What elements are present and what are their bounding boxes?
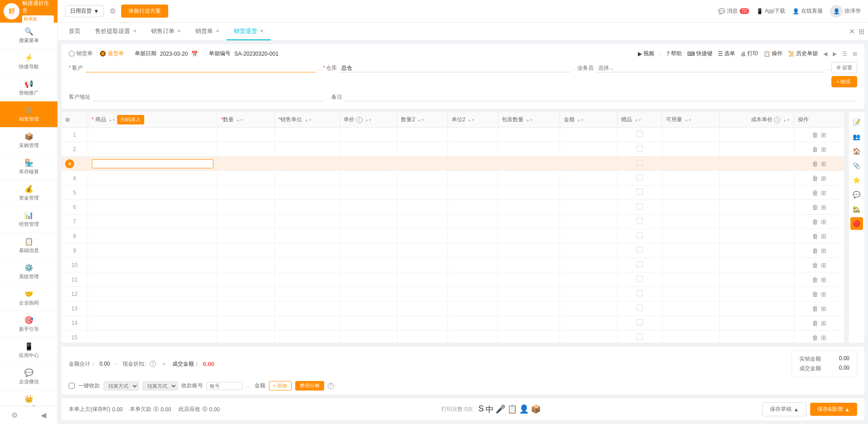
right-panel-btn-1[interactable]: 📝: [850, 116, 863, 129]
add-row-btn[interactable]: +: [65, 159, 74, 168]
right-panel-btn-5[interactable]: ⭐: [850, 174, 863, 186]
gift-checkbox-13[interactable]: [637, 305, 643, 311]
radio-sale[interactable]: 销货单: [69, 50, 93, 57]
delete-row-9-btn[interactable]: 🗑: [812, 247, 818, 254]
sidebar-item-finance[interactable]: 💰 资金管理: [0, 180, 57, 206]
tab-sale-return[interactable]: 销货退货 ✕: [226, 23, 271, 40]
delete-row-12-btn[interactable]: 🗑: [812, 291, 818, 298]
sidebar-settings-btn[interactable]: ⚙: [11, 411, 18, 419]
account-picker-btn[interactable]: ...: [246, 383, 251, 389]
tab-close-sale-order[interactable]: ✕: [177, 29, 181, 33]
toolbar-shortcut[interactable]: ⌨ 快捷键: [687, 50, 712, 57]
expense-help-icon[interactable]: ?: [328, 383, 334, 389]
discount-help-icon[interactable]: ?: [150, 361, 156, 367]
available-sort-icon[interactable]: ▲▼: [684, 119, 692, 122]
right-panel-btn-3[interactable]: 🏠: [850, 145, 863, 157]
right-panel-btn-8[interactable]: 🔴: [850, 217, 863, 230]
expense-btn[interactable]: 费用分摊: [295, 381, 324, 391]
toolbar-history[interactable]: 📜 历史单据: [788, 50, 818, 57]
delete-row-13-btn[interactable]: 🗑: [812, 305, 818, 312]
gift-checkbox-7[interactable]: [637, 218, 643, 224]
sidebar-item-sales[interactable]: 🛒 销售管理: [0, 101, 57, 128]
delete-row-4-btn[interactable]: 🗑: [812, 175, 818, 182]
sidebar-item-operation[interactable]: 📊 经营管理: [0, 206, 57, 233]
unit-price-info-icon[interactable]: i: [356, 117, 363, 123]
tab-sale-order[interactable]: 销售订单 ✕: [144, 23, 188, 40]
toolbar-operation[interactable]: 📋 操作: [764, 50, 783, 57]
gift-checkbox-2[interactable]: [637, 145, 643, 152]
right-panel-btn-6[interactable]: 💬: [850, 188, 863, 201]
gift-checkbox-11[interactable]: [637, 276, 643, 282]
add-payment-btn[interactable]: + 添加: [269, 381, 291, 391]
radio-sale-input[interactable]: [69, 51, 75, 57]
gift-checkbox-6[interactable]: [637, 203, 643, 210]
saleunit-sort-icon[interactable]: ▲▼: [305, 119, 312, 122]
sidebar-item-apps[interactable]: 📱 应用中心: [0, 338, 57, 364]
delete-row-10-btn[interactable]: 🗑: [812, 262, 818, 269]
industry-select[interactable]: 日用百货 ▼: [65, 5, 104, 17]
right-panel-btn-4[interactable]: 📎: [850, 159, 863, 172]
app-download-btn[interactable]: 📱 App下载: [756, 7, 785, 15]
staff-input[interactable]: [596, 64, 824, 72]
message-btn[interactable]: 💬 消息 70: [718, 7, 749, 15]
tab-sale-price[interactable]: 售价提取设置 ✕: [88, 23, 144, 40]
toolbar-video[interactable]: ▶ 视频: [638, 50, 654, 57]
sidebar-item-coop[interactable]: 🤝 企业协同: [0, 285, 57, 311]
calendar-icon[interactable]: 📅: [191, 51, 198, 57]
toolbar-select[interactable]: ☰ 选单: [718, 50, 735, 57]
copy-row-11-btn[interactable]: ⊞: [821, 276, 826, 283]
settings-btn[interactable]: ⚙ 设置: [831, 62, 857, 73]
logistics-btn[interactable]: + 物流: [831, 76, 857, 87]
view-grid-icon[interactable]: ⊞: [853, 51, 857, 57]
copy-row-3-btn[interactable]: ⊞: [821, 160, 826, 167]
address-picker-btn[interactable]: ...: [327, 94, 331, 100]
bottom-icon-3[interactable]: 🎤: [495, 404, 505, 415]
tab-home[interactable]: 首页: [61, 23, 88, 40]
gift-checkbox-3[interactable]: [637, 160, 643, 166]
tab-close-all-btn[interactable]: ✕: [849, 27, 855, 36]
delete-row-15-btn[interactable]: 🗑: [812, 334, 818, 341]
nav-prev-icon[interactable]: ◀: [823, 51, 827, 57]
gift-checkbox-1[interactable]: [637, 131, 643, 137]
online-service-btn[interactable]: 👤 在线客服: [793, 7, 823, 15]
gift-checkbox-10[interactable]: [637, 261, 643, 267]
copy-row-13-btn[interactable]: ⊞: [821, 305, 826, 312]
gift-checkbox-14[interactable]: [637, 319, 643, 325]
tab-close-sale-return[interactable]: ✕: [260, 29, 264, 33]
column-settings-icon[interactable]: ⚙: [65, 117, 70, 123]
copy-row-10-btn[interactable]: ⊞: [821, 262, 826, 269]
delete-row-1-btn[interactable]: 🗑: [812, 131, 818, 138]
toolbar-help[interactable]: ? 帮助: [666, 50, 682, 57]
delete-row-7-btn[interactable]: 🗑: [812, 218, 818, 225]
draft-dropdown-icon[interactable]: ▲: [793, 406, 799, 413]
sidebar-item-shortcut[interactable]: ⚡ 快捷导航: [0, 49, 57, 75]
sidebar-item-basic[interactable]: 📋 基础信息: [0, 233, 57, 259]
costprice-sort-icon[interactable]: ▲▼: [783, 119, 790, 122]
save-new-dropdown-icon[interactable]: ▲: [844, 406, 850, 413]
sidebar-item-marketing[interactable]: 📢 营销推广: [0, 75, 57, 101]
sidebar-item-purchase[interactable]: 📦 采购管理: [0, 128, 57, 154]
copy-row-9-btn[interactable]: ⊞: [821, 247, 826, 254]
goods-sort-icon[interactable]: ▲▼: [108, 119, 116, 122]
gift-checkbox-12[interactable]: [637, 290, 643, 296]
right-panel-btn-2[interactable]: 👥: [850, 130, 863, 143]
copy-row-8-btn[interactable]: ⊞: [821, 233, 826, 240]
gift-sort-icon[interactable]: ▲▼: [634, 119, 642, 122]
copy-row-12-btn[interactable]: ⊞: [821, 291, 826, 298]
staff-picker-btn[interactable]: ...: [827, 65, 831, 71]
calc-method-select[interactable]: 结算方式: [142, 381, 178, 391]
sidebar-item-search[interactable]: 🔍 搜索菜单: [0, 23, 57, 49]
goods-input-3[interactable]: [92, 159, 213, 168]
bottom-icon-4[interactable]: 📋: [507, 404, 517, 415]
delete-row-3-btn[interactable]: 🗑: [812, 160, 818, 167]
scan-btn[interactable]: 扫码录入: [117, 115, 144, 124]
view-list-icon[interactable]: ☰: [842, 51, 847, 57]
account-input[interactable]: [207, 382, 243, 390]
one-click-payment-checkbox[interactable]: [69, 383, 75, 389]
delete-row-5-btn[interactable]: 🗑: [812, 189, 818, 196]
delete-row-6-btn[interactable]: 🗑: [812, 204, 818, 211]
warehouse-input[interactable]: [340, 64, 570, 72]
gift-checkbox-5[interactable]: [637, 189, 643, 195]
bottom-icon-5[interactable]: 👤: [519, 404, 529, 415]
qty-sort-icon[interactable]: ▲▼: [236, 119, 244, 122]
